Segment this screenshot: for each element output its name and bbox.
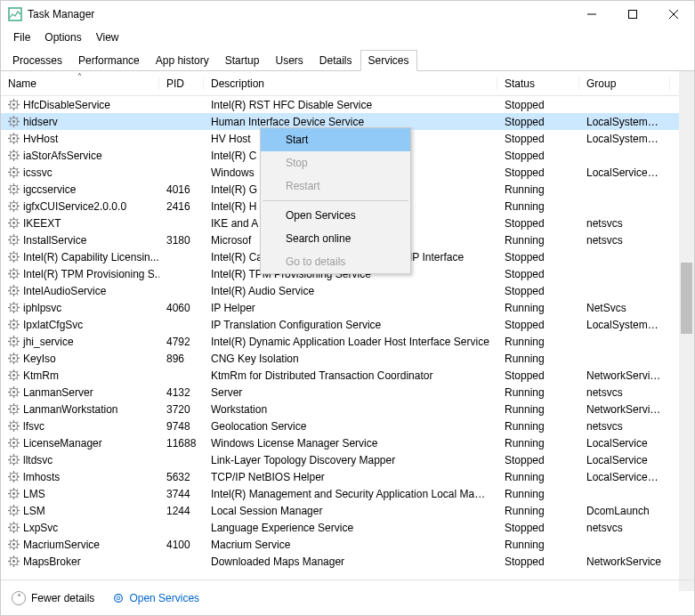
service-icon <box>8 437 20 449</box>
column-status[interactable]: Status <box>497 77 579 90</box>
tab-processes[interactable]: Processes <box>4 50 70 71</box>
svg-line-113 <box>10 276 12 278</box>
scrollbar-thumb[interactable] <box>681 263 692 334</box>
service-group: NetworkServic... <box>579 403 670 416</box>
service-pid: 1244 <box>159 505 204 517</box>
service-row[interactable]: MacriumService4100Macrium ServiceRunning <box>1 536 694 553</box>
svg-point-156 <box>12 357 15 360</box>
service-row[interactable]: KeyIso896CNG Key IsolationRunning <box>1 350 694 367</box>
close-button[interactable] <box>653 1 694 28</box>
ctx-open-services[interactable]: Open Services <box>261 204 410 227</box>
service-icon <box>8 99 20 110</box>
svg-line-231 <box>10 473 12 474</box>
menu-file[interactable]: File <box>6 28 37 46</box>
ctx-search-online[interactable]: Search online <box>261 227 410 250</box>
maximize-button[interactable] <box>612 1 653 28</box>
service-row[interactable]: lmhosts5632TCP/IP NetBIOS HelperRunningL… <box>1 468 694 485</box>
service-row[interactable]: KtmRmKtmRm for Distributed Transaction C… <box>1 367 694 384</box>
column-name[interactable]: Name <box>1 77 159 90</box>
svg-line-42 <box>16 158 18 159</box>
service-name: iphlpsvc <box>23 302 61 314</box>
open-services-link[interactable]: Open Services <box>112 592 199 604</box>
svg-line-233 <box>10 479 12 481</box>
footer-bar: ˄ Fewer details Open Services <box>1 580 694 615</box>
service-row[interactable]: iphlpsvc4060IP HelperRunningNetSvcs <box>1 299 694 316</box>
svg-line-272 <box>16 547 18 548</box>
svg-line-193 <box>10 411 12 413</box>
svg-point-196 <box>12 425 15 427</box>
service-name: IpxlatCfgSvc <box>23 319 83 331</box>
svg-line-84 <box>16 219 18 221</box>
tab-app-history[interactable]: App history <box>148 50 217 71</box>
tab-performance[interactable]: Performance <box>70 50 148 71</box>
service-pid: 896 <box>159 353 204 365</box>
svg-point-66 <box>12 205 15 207</box>
svg-line-33 <box>10 141 12 142</box>
svg-line-54 <box>16 168 18 170</box>
svg-line-174 <box>16 371 18 373</box>
service-name: lltdsvc <box>23 454 53 466</box>
service-name: iaStorAfsService <box>23 150 102 162</box>
service-row[interactable]: LanmanWorkstation3720WorkstationRunningN… <box>1 401 694 417</box>
svg-point-146 <box>12 340 15 343</box>
service-status: Running <box>497 437 579 450</box>
svg-line-143 <box>10 327 12 328</box>
tab-startup[interactable]: Startup <box>217 50 268 71</box>
menu-view[interactable]: View <box>89 28 126 46</box>
service-row[interactable]: MapsBrokerDownloaded Maps ManagerStopped… <box>1 553 694 570</box>
service-icon <box>8 539 20 550</box>
service-row[interactable]: lltdsvcLink-Layer Topology Discovery Map… <box>1 451 694 468</box>
service-row[interactable]: LMS3744Intel(R) Management and Security … <box>1 485 694 502</box>
svg-point-6 <box>12 103 15 106</box>
svg-line-243 <box>10 496 12 498</box>
service-icon <box>8 183 20 195</box>
service-pid: 4100 <box>159 539 204 551</box>
svg-line-261 <box>10 523 12 525</box>
service-icon <box>8 336 20 347</box>
column-pid[interactable]: PID <box>159 77 204 90</box>
service-row[interactable]: LxpSvcLanguage Experience ServiceStopped… <box>1 519 694 536</box>
service-row[interactable]: lfsvc9748Geolocation ServiceRunningnetsv… <box>1 417 694 434</box>
service-status: Running <box>497 386 579 399</box>
svg-line-232 <box>16 479 18 481</box>
svg-line-254 <box>16 507 18 508</box>
menu-bar: File Options View <box>1 28 694 47</box>
service-row[interactable]: LSM1244Local Session ManagerRunningDcomL… <box>1 502 694 519</box>
svg-line-273 <box>10 547 12 548</box>
column-description[interactable]: Description <box>204 77 497 90</box>
service-row[interactable]: IntelAudioServiceIntel(R) Audio ServiceS… <box>1 282 694 299</box>
vertical-scrollbar[interactable] <box>679 71 694 591</box>
svg-line-283 <box>10 563 12 565</box>
service-row[interactable]: jhi_service4792Intel(R) Dynamic Applicat… <box>1 333 694 350</box>
service-row[interactable]: HfcDisableServiceIntel(R) RST HFC Disabl… <box>1 96 694 113</box>
svg-line-101 <box>10 253 12 255</box>
service-row[interactable]: IpxlatCfgSvcIP Translation Configuration… <box>1 316 694 333</box>
svg-line-223 <box>10 462 12 464</box>
ctx-start[interactable]: Start <box>261 128 410 151</box>
svg-line-133 <box>10 310 12 312</box>
service-pid: 3720 <box>159 403 204 416</box>
service-desc: Workstation <box>204 403 497 416</box>
tab-details[interactable]: Details <box>311 50 360 71</box>
fewer-details-button[interactable]: ˄ Fewer details <box>12 591 94 605</box>
svg-line-212 <box>16 445 18 447</box>
svg-line-74 <box>16 202 18 204</box>
service-row[interactable]: LanmanServer4132ServerRunningnetsvcs <box>1 384 694 401</box>
svg-line-151 <box>10 337 12 339</box>
service-status: Stopped <box>497 369 579 382</box>
menu-options[interactable]: Options <box>37 28 88 46</box>
service-pid: 5632 <box>159 471 204 483</box>
minimize-button[interactable] <box>571 1 612 28</box>
svg-point-36 <box>12 154 15 157</box>
svg-line-41 <box>10 151 12 153</box>
tab-services[interactable]: Services <box>360 50 417 71</box>
service-row[interactable]: LicenseManager11688Windows License Manag… <box>1 434 694 451</box>
service-status: Running <box>497 302 579 314</box>
service-icon <box>8 505 20 516</box>
svg-line-124 <box>16 287 18 288</box>
tab-users[interactable]: Users <box>267 50 311 71</box>
service-group: LocalSystemN... <box>579 116 670 128</box>
service-group: DcomLaunch <box>579 505 670 517</box>
column-group[interactable]: Group <box>579 77 670 90</box>
service-status: Stopped <box>497 166 579 179</box>
